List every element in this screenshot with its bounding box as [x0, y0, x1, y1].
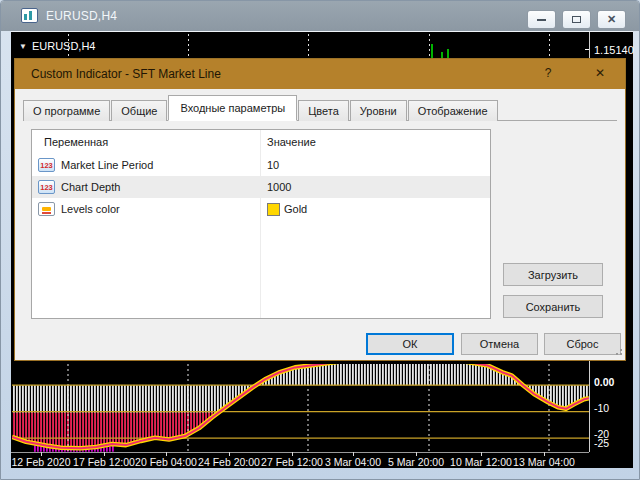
cancel-button[interactable]: Отмена [461, 333, 538, 355]
date-label: 27 Feb 12:00 [261, 456, 323, 468]
gridline [188, 34, 189, 60]
scale-label-0: 0.00 [594, 378, 614, 387]
param-value[interactable]: Gold [284, 203, 307, 215]
scale-label-10: -10 [594, 404, 609, 413]
candlestick [431, 44, 433, 59]
date-label: 5 Mar 20:00 [388, 456, 444, 468]
tab-common[interactable]: Общие [111, 100, 167, 121]
date-label: 24 Feb 20:00 [198, 456, 260, 468]
help-button[interactable]: ? [537, 66, 559, 83]
restore-button[interactable] [562, 10, 591, 29]
date-label: 13 Mar 04:00 [513, 456, 575, 468]
table-row[interactable]: 123 Market Line Period 10 [32, 154, 490, 176]
window-titlebar: EURUSD,H4 ✕ [1, 1, 639, 31]
tab-inputs[interactable]: Входные параметры [168, 95, 297, 121]
tab-colors[interactable]: Цвета [298, 100, 349, 121]
param-name: Market Line Period [61, 159, 153, 171]
scale-label-25: -25 [594, 439, 609, 448]
color-icon [38, 202, 55, 216]
gridline [549, 34, 550, 60]
dropdown-arrow-icon: ▼ [19, 42, 27, 51]
date-label: 10 Mar 12:00 [450, 456, 512, 468]
param-value[interactable]: 1000 [267, 181, 291, 193]
time-axis-line [11, 452, 589, 453]
header-value: Значение [260, 136, 490, 148]
header-variable: Переменная [32, 136, 260, 148]
date-label: 20 Feb 04:00 [135, 456, 197, 468]
restore-icon [572, 16, 581, 23]
date-label: 17 Feb 12:00 [73, 456, 135, 468]
price-tick [585, 49, 589, 50]
param-value[interactable]: 10 [267, 159, 279, 171]
date-label: 12 Feb 2020 [12, 456, 71, 468]
close-button[interactable]: ✕ [597, 10, 626, 29]
ok-button[interactable]: ОК [366, 333, 454, 355]
numeric-icon: 123 [38, 180, 55, 194]
date-label: 3 Mar 04:00 [325, 456, 381, 468]
chart-window-icon [21, 8, 38, 23]
dialog-tabbar: О программе Общие Входные параметры Цвет… [23, 97, 617, 121]
dialog-titlebar[interactable]: Custom Indicator - SFT Market Line ? ✕ [15, 59, 625, 89]
tab-levels[interactable]: Уровни [350, 100, 407, 121]
resize-grip[interactable] [614, 349, 622, 357]
current-price-label: 1.15140 [594, 44, 634, 56]
table-row[interactable]: 123 Chart Depth 1000 [32, 176, 490, 198]
reset-button[interactable]: Сброс [544, 333, 621, 355]
table-row[interactable]: Levels color Gold [32, 198, 490, 220]
param-name: Levels color [61, 203, 120, 215]
table-header-row: Переменная Значение [32, 130, 490, 154]
symbol-text: EURUSD,H4 [32, 40, 96, 52]
indicator-chart-svg [12, 364, 589, 452]
symbol-label[interactable]: ▼ EURUSD,H4 [19, 40, 96, 52]
save-button[interactable]: Сохранить [503, 295, 603, 318]
indicator-subwindow [12, 364, 589, 452]
minimize-button[interactable] [527, 10, 556, 29]
window-title: EURUSD,H4 [46, 9, 117, 23]
minimize-icon [537, 19, 546, 21]
dialog-close-button[interactable]: ✕ [589, 66, 611, 83]
param-name: Chart Depth [61, 181, 120, 193]
indicator-properties-dialog: Custom Indicator - SFT Market Line ? ✕ О… [14, 58, 626, 361]
tab-about[interactable]: О программе [23, 100, 110, 121]
parameters-table[interactable]: Переменная Значение 123 Market Line Peri… [31, 129, 491, 319]
numeric-icon: 123 [38, 158, 55, 172]
color-swatch-gold[interactable] [267, 203, 280, 216]
dialog-title: Custom Indicator - SFT Market Line [31, 67, 221, 81]
load-button[interactable]: Загрузить [503, 263, 603, 286]
tab-visualization[interactable]: Отображение [408, 100, 498, 121]
gridline [308, 34, 309, 60]
gridline [429, 34, 430, 60]
